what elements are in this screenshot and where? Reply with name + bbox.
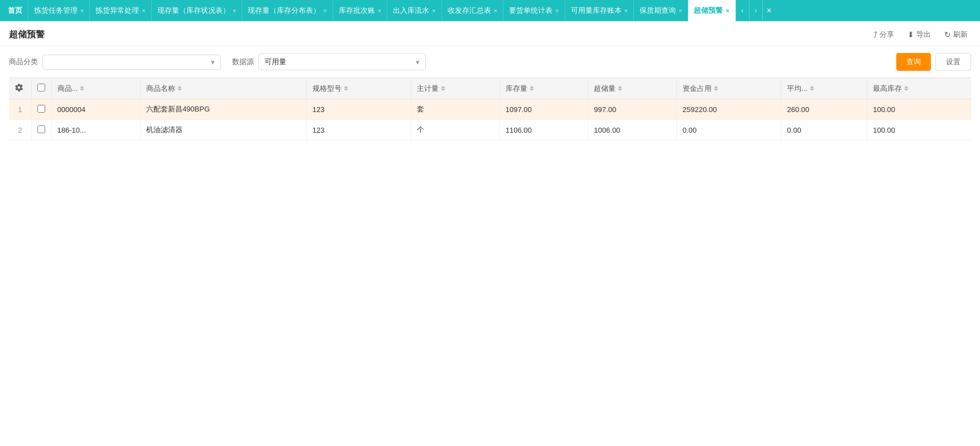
row-code-2: 186-10... <box>51 120 140 140</box>
nav-tab-7[interactable]: 收发存汇总表 × <box>442 0 503 21</box>
close-tab-10[interactable]: × <box>679 8 682 14</box>
th-product-code[interactable]: 商品... <box>51 78 140 99</box>
export-button[interactable]: ⬇ 导出 <box>904 28 934 41</box>
nav-tab-2[interactable]: 拣货异常处理 × <box>90 0 151 21</box>
select-all-checkbox[interactable] <box>37 84 45 91</box>
close-tab-11[interactable]: × <box>726 8 729 14</box>
row-avg-2: 0.00 <box>781 120 867 140</box>
refresh-icon: ↻ <box>944 30 951 39</box>
th-capital[interactable]: 资金占用 <box>677 78 781 99</box>
close-tab-4[interactable]: × <box>323 8 326 14</box>
nav-tab-3[interactable]: 现存量（库存状况表） × <box>152 0 242 21</box>
close-tab-7[interactable]: × <box>494 8 497 14</box>
datasource-select[interactable]: 可用量 ▾ <box>258 54 426 70</box>
row-spec-2: 123 <box>306 120 411 140</box>
nav-tab-6[interactable]: 出入库流水 × <box>387 0 441 21</box>
table-body: 1 0000004 六配套新昌490BPG 123 套 1097.00 997.… <box>9 99 971 140</box>
share-button[interactable]: ⤴ 分享 <box>870 28 897 41</box>
row-select-checkbox-1[interactable] <box>37 105 45 113</box>
row-stock-2: 1106.00 <box>499 120 588 140</box>
row-unit-1: 套 <box>411 99 500 120</box>
row-select-checkbox-2[interactable] <box>37 125 45 133</box>
category-label: 商品分类 <box>9 57 38 67</box>
nav-tab-home[interactable]: 首页 <box>2 0 28 21</box>
page-header: 超储预警 ⤴ 分享 ⬇ 导出 ↻ 刷新 <box>0 21 980 46</box>
row-avg-1: 260.00 <box>781 99 867 120</box>
nav-tab-10[interactable]: 保质期查询 × <box>634 0 688 21</box>
row-max-stock-2: 100.00 <box>867 120 971 140</box>
top-nav: 首页 拣货任务管理 × 拣货异常处理 × 现存量（库存状况表） × 现存量（库存… <box>0 0 980 21</box>
row-unit-2: 个 <box>411 120 500 140</box>
category-value <box>49 58 51 66</box>
th-gear[interactable] <box>9 78 31 99</box>
nav-tab-8[interactable]: 要货单统计表 × <box>503 0 565 21</box>
th-unit[interactable]: 主计量 <box>411 78 500 99</box>
row-over-stock-2: 1006.00 <box>588 120 677 140</box>
export-icon: ⬇ <box>907 30 914 39</box>
table-header-row: 商品... 商品名称 <box>9 78 971 99</box>
nav-tab-4[interactable]: 现存量（库存分布表） × <box>242 0 333 21</box>
row-checkbox-2[interactable] <box>31 120 51 140</box>
page-container: 超储预警 ⤴ 分享 ⬇ 导出 ↻ 刷新 商品分类 ▾ 数据源 <box>0 21 980 446</box>
filter-datasource: 数据源 可用量 ▾ <box>232 54 426 70</box>
datasource-label: 数据源 <box>232 57 254 67</box>
category-select[interactable]: ▾ <box>42 55 221 70</box>
row-code-1: 0000004 <box>51 99 140 120</box>
close-tab-1[interactable]: × <box>80 8 84 14</box>
row-name-1: 六配套新昌490BPG <box>140 99 306 120</box>
close-tab-2[interactable]: × <box>142 8 145 14</box>
th-spec[interactable]: 规格型号 <box>306 78 411 99</box>
table-row: 2 186-10... 机油滤清器 123 个 1106.00 1006.00 … <box>9 120 971 140</box>
page-actions: ⤴ 分享 ⬇ 导出 ↻ 刷新 <box>870 28 971 41</box>
close-tab-9[interactable]: × <box>624 8 628 14</box>
row-num-1: 1 <box>9 99 31 120</box>
table-wrapper: 商品... 商品名称 <box>0 77 980 140</box>
th-avg[interactable]: 平均... <box>781 78 867 99</box>
filter-buttons: 查询 设置 <box>896 53 971 71</box>
refresh-button[interactable]: ↻ 刷新 <box>941 28 971 41</box>
row-name-2: 机油滤清器 <box>140 120 306 140</box>
gear-icon[interactable] <box>15 83 23 92</box>
close-tab-8[interactable]: × <box>555 8 559 14</box>
row-stock-1: 1097.00 <box>499 99 588 120</box>
th-checkbox <box>31 78 51 99</box>
sort-icon-capital <box>714 86 718 91</box>
chevron-down-icon-2: ▾ <box>416 58 420 66</box>
close-tab-3[interactable]: × <box>233 8 236 14</box>
filter-category: 商品分类 ▾ <box>9 55 221 70</box>
nav-tab-1[interactable]: 拣货任务管理 × <box>28 0 90 21</box>
close-tab-6[interactable]: × <box>432 8 435 14</box>
row-num-2: 2 <box>9 120 31 140</box>
sort-icon-spec <box>344 86 348 91</box>
nav-tab-11[interactable]: 超储预警 × <box>688 0 735 21</box>
sort-icon-max-stock <box>904 86 909 91</box>
nav-next-button[interactable]: › <box>749 0 762 21</box>
close-tab-5[interactable]: × <box>378 8 381 14</box>
nav-prev-button[interactable]: ‹ <box>736 0 749 21</box>
nav-tab-5[interactable]: 库存批次账 × <box>333 0 387 21</box>
row-capital-2: 0.00 <box>677 120 781 140</box>
sort-icon-unit <box>441 86 445 91</box>
sort-icon-over-stock <box>618 86 622 91</box>
row-over-stock-1: 997.00 <box>588 99 677 120</box>
query-button[interactable]: 查询 <box>896 53 931 71</box>
th-stock[interactable]: 库存量 <box>499 78 588 99</box>
th-max-stock[interactable]: 最高库存 <box>867 78 971 99</box>
data-table: 商品... 商品名称 <box>9 77 971 140</box>
page-title: 超储预警 <box>9 29 45 41</box>
table-row: 1 0000004 六配套新昌490BPG 123 套 1097.00 997.… <box>9 99 971 120</box>
row-max-stock-1: 100.00 <box>867 99 971 120</box>
row-capital-1: 259220.00 <box>677 99 781 120</box>
chevron-down-icon: ▾ <box>211 58 215 66</box>
th-over-stock[interactable]: 超储量 <box>588 78 677 99</box>
row-checkbox-1[interactable] <box>31 99 51 120</box>
sort-icon-code <box>80 86 84 91</box>
settings-button[interactable]: 设置 <box>935 53 971 71</box>
th-product-name[interactable]: 商品名称 <box>140 78 306 99</box>
share-icon: ⤴ <box>873 30 877 39</box>
nav-close-button[interactable]: ✕ <box>762 0 776 21</box>
row-spec-1: 123 <box>306 99 411 120</box>
sort-icon-name <box>177 86 182 91</box>
datasource-value: 可用量 <box>265 57 286 67</box>
nav-tab-9[interactable]: 可用量库存账本 × <box>565 0 634 21</box>
